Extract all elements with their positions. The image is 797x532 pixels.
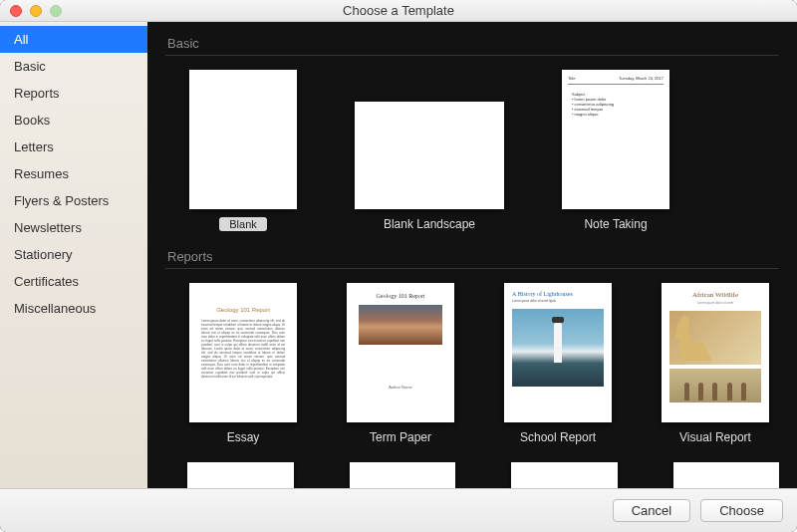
footer-bar: Cancel Choose: [0, 488, 797, 532]
term-title: Geology 101 Report: [359, 293, 442, 299]
thumbnail-blank-landscape: [355, 102, 504, 209]
section-title-basic: Basic: [167, 36, 779, 51]
window-body: All Basic Reports Books Letters Resumes …: [0, 22, 797, 488]
lighthouse-image-icon: [512, 309, 604, 387]
school-title: A History of Lighthouses: [512, 291, 604, 297]
divider: [165, 268, 779, 269]
divider: [165, 55, 779, 56]
sidebar: All Basic Reports Books Letters Resumes …: [0, 22, 147, 488]
minimize-icon[interactable]: [30, 5, 42, 17]
thumbnail-partial[interactable]: [350, 462, 456, 488]
sidebar-item-letters[interactable]: Letters: [0, 133, 147, 160]
template-essay[interactable]: Geology 101 Report Lorem ipsum dolor sit…: [187, 283, 299, 444]
thumbnail-note-taking: Title Tuesday, March 24, 2017 Subject• l…: [562, 70, 669, 209]
sidebar-item-stationery[interactable]: Stationery: [0, 241, 147, 268]
section-title-reports: Reports: [167, 249, 779, 264]
choose-button[interactable]: Choose: [700, 499, 783, 522]
grid-reports: Geology 101 Report Lorem ipsum dolor sit…: [165, 283, 779, 444]
template-label: Blank Landscape: [384, 217, 475, 231]
template-chooser-window: Choose a Template All Basic Reports Book…: [0, 0, 797, 532]
thumbnail-term-paper: Geology 101 Report Author Name: [347, 283, 454, 422]
thumbnail-school-report: A History of Lighthouses Lorem ipsum dol…: [504, 283, 612, 422]
template-label: Essay: [227, 430, 260, 444]
meerkats-image-icon: [669, 369, 761, 402]
essay-title: Geology 101 Report: [201, 307, 285, 313]
template-visual-report[interactable]: African Wildlife Lorem ipsum dolor sit a…: [660, 283, 771, 444]
grid-basic: Blank Blank Landscape Title Tuesday, Mar…: [165, 70, 779, 231]
note-header: Title Tuesday, March 24, 2017: [568, 76, 664, 81]
titlebar: Choose a Template: [0, 0, 797, 22]
thumbnail-essay: Geology 101 Report Lorem ipsum dolor sit…: [189, 283, 297, 422]
thumbnail-partial[interactable]: [511, 462, 618, 488]
note-lines: Subject• lorem ipsum dolor• consectetur …: [572, 92, 614, 117]
visual-title: African Wildlife: [669, 291, 761, 299]
template-school-report[interactable]: A History of Lighthouses Lorem ipsum dol…: [502, 283, 614, 444]
school-subtitle: Lorem ipsum dolor sit amet ligula: [512, 299, 604, 303]
template-label: Term Paper: [370, 430, 431, 444]
thumbnail-blank: [189, 70, 297, 209]
cancel-button[interactable]: Cancel: [613, 499, 690, 522]
template-blank[interactable]: Blank: [187, 70, 299, 231]
zoom-icon[interactable]: [50, 5, 62, 17]
visual-subtitle: Lorem ipsum dolor sit amet: [669, 301, 761, 305]
note-title: Title: [568, 76, 575, 81]
sidebar-item-reports[interactable]: Reports: [0, 80, 147, 107]
thumbnail-partial[interactable]: [673, 462, 780, 488]
template-blank-landscape[interactable]: Blank Landscape: [355, 70, 504, 231]
thumbnail-partial[interactable]: [187, 462, 294, 488]
template-term-paper[interactable]: Geology 101 Report Author Name Term Pape…: [345, 283, 456, 444]
template-label: Visual Report: [679, 430, 751, 444]
sidebar-item-flyers-posters[interactable]: Flyers & Posters: [0, 187, 147, 214]
sidebar-item-certificates[interactable]: Certificates: [0, 268, 147, 295]
giraffe-image-icon: [669, 311, 761, 365]
note-date: Tuesday, March 24, 2017: [619, 76, 664, 81]
grid-next-partial: [165, 462, 779, 488]
template-note-taking[interactable]: Title Tuesday, March 24, 2017 Subject• l…: [560, 70, 671, 231]
sidebar-item-all[interactable]: All: [0, 26, 147, 53]
template-label: Blank: [219, 217, 267, 231]
term-author: Author Name: [359, 385, 442, 390]
window-title: Choose a Template: [0, 3, 797, 18]
canyon-image-icon: [359, 305, 442, 345]
close-icon[interactable]: [10, 5, 22, 17]
essay-text: Lorem ipsum dolor sit amet, consectetur …: [201, 319, 285, 379]
sidebar-item-books[interactable]: Books: [0, 107, 147, 133]
window-controls: [0, 5, 62, 17]
template-label: School Report: [520, 430, 596, 444]
sidebar-item-basic[interactable]: Basic: [0, 53, 147, 80]
thumbnail-visual-report: African Wildlife Lorem ipsum dolor sit a…: [662, 283, 769, 422]
sidebar-item-miscellaneous[interactable]: Miscellaneous: [0, 295, 147, 322]
sidebar-item-newsletters[interactable]: Newsletters: [0, 214, 147, 241]
template-label: Note Taking: [584, 217, 647, 231]
template-grid-scroll[interactable]: Basic Blank Blank Landscape Title Tuesda…: [147, 22, 797, 488]
sidebar-item-resumes[interactable]: Resumes: [0, 160, 147, 187]
